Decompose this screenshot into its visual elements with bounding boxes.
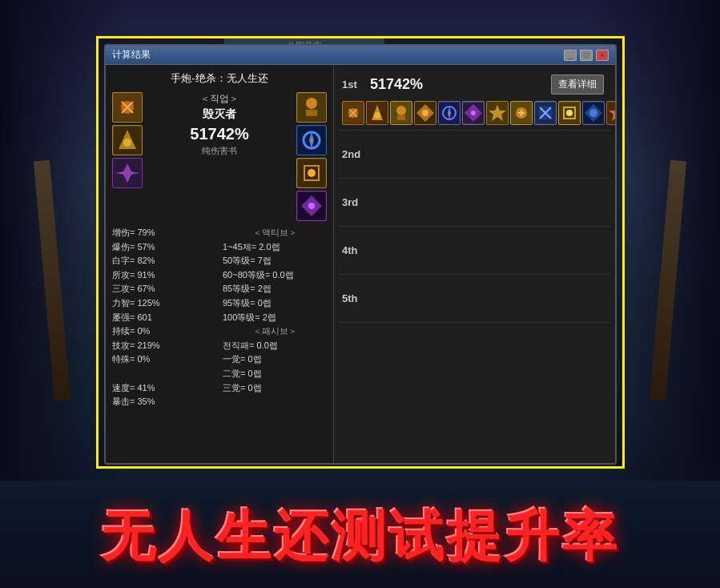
svg-point-17: [374, 112, 380, 119]
svg-point-19: [396, 106, 406, 115]
left-panel: 手炮-绝杀：无人生还 ＜직업＞: [106, 65, 334, 463]
job-section: ＜직업＞ 毁灭者 51742% 纯伤害书: [112, 92, 327, 221]
stat-spacer: [112, 367, 216, 381]
eq-icon-3: [112, 158, 143, 188]
stat-armor-pen: 屡强= 601: [112, 311, 216, 325]
dialog-title: 计算结果: [112, 48, 151, 62]
svg-point-34: [566, 110, 573, 116]
job-center: ＜직업＞ 毁灭者 51742% 纯伤害书: [146, 92, 293, 157]
stat-crit-dmg: 爆伤= 57%: [112, 240, 216, 255]
passive-2nd: 二觉= 0렙: [223, 367, 327, 381]
close-button[interactable]: ×: [596, 50, 609, 61]
svg-point-3: [123, 139, 131, 147]
bottom-title: 无人生还测试提升率: [0, 501, 720, 574]
rank-4th-label: 4th: [342, 244, 370, 256]
rank-icon-8: [510, 101, 533, 125]
eq-icon-r1: [296, 92, 327, 123]
dialog-window: 计算结果 _ □ × 手炮-绝杀：无人生还: [104, 44, 617, 465]
ranks-container: 1st 51742% 查看详细: [339, 70, 610, 323]
stat-sustain: 持续= 0%: [112, 324, 216, 339]
damage-value: 51742%: [146, 125, 293, 143]
active-60-80: 60~80等级= 0.0렙: [223, 268, 327, 283]
rank-2nd-row: 2nd: [339, 131, 610, 179]
rank-icon-1: [342, 101, 364, 125]
rank-icon-2: [366, 101, 388, 125]
svg-point-26: [471, 111, 476, 115]
rank-5th-label: 5th: [342, 292, 370, 304]
rank-3rd-row: 3rd: [339, 179, 610, 227]
passive-title: ＜패시브＞: [223, 324, 327, 339]
eq-icon-2: [112, 125, 143, 155]
content-area: 手炮-绝杀：无人生还 ＜직업＞: [106, 65, 615, 463]
rank-icon-12: [606, 101, 615, 125]
rank-icon-11: [582, 101, 605, 125]
eq-icon-r2: [296, 125, 327, 155]
active-95: 95等级= 0렙: [223, 296, 327, 311]
view-detail-button[interactable]: 查看详细: [551, 75, 604, 95]
rank-icon-9: [534, 101, 557, 125]
rank-icon-5: [438, 101, 461, 125]
rank-4th-row: 4th: [339, 227, 610, 275]
stat-int-str: 力智= 125%: [112, 296, 216, 311]
svg-point-22: [422, 110, 428, 116]
stat-skill-atk: 技攻= 219%: [112, 339, 216, 353]
eq-icon-1: [112, 92, 143, 123]
rank-1st-icons: [339, 98, 610, 131]
rank-icon-10: [558, 101, 581, 125]
stat-special: 特殊= 0%: [112, 352, 216, 367]
stat-increase-dmg: 增伤= 79%: [112, 226, 216, 240]
minimize-button[interactable]: _: [564, 50, 577, 61]
weapon-title: 手炮-绝杀：无人生还: [112, 71, 327, 86]
svg-point-36: [589, 109, 597, 117]
stat-all-atk: 所攻= 91%: [112, 268, 216, 283]
svg-point-13: [308, 203, 315, 209]
stat-speed: 速度= 41%: [112, 381, 216, 396]
job-label: ＜직업＞: [146, 92, 293, 106]
passive-job: 전직패= 0.0렙: [223, 339, 327, 353]
eq-icon-r3: [296, 158, 327, 188]
rank-icon-3: [390, 101, 412, 125]
rank-1st-row: 1st 51742% 查看详细: [339, 70, 610, 98]
rank-5th-row: 5th: [339, 275, 610, 323]
rank-icon-6: [462, 101, 485, 125]
svg-rect-7: [306, 110, 317, 116]
stats-col-right: ＜액티브＞ 1~45제= 2.0렙 50等级= 7렙 60~80等级= 0.0렙…: [223, 226, 327, 409]
maximize-button[interactable]: □: [580, 50, 593, 61]
title-bar: 计算结果 _ □ ×: [106, 46, 615, 65]
rank-3rd-label: 3rd: [342, 196, 370, 208]
right-panel: 1st 51742% 查看详细: [334, 65, 615, 463]
damage-label: 纯伤害书: [146, 145, 293, 157]
active-85: 85等级= 2렙: [223, 282, 327, 296]
passive-3rd: 三觉= 0렙: [223, 381, 327, 396]
stat-three-atk: 三攻= 67%: [112, 282, 216, 296]
stats-section: 增伤= 79% 爆伤= 57% 白字= 82% 所攻= 91% 三攻= 67% …: [112, 226, 327, 409]
equipment-grid-right: [296, 92, 327, 221]
rank-1st-label: 1st: [342, 79, 370, 91]
stat-crit-rate: 暴击= 35%: [112, 395, 216, 409]
svg-point-11: [308, 169, 316, 177]
active-1-45: 1~45제= 2.0렙: [223, 240, 327, 255]
svg-rect-20: [397, 115, 405, 120]
equipment-grid-left: [112, 92, 143, 188]
eq-icon-r4: [296, 191, 327, 221]
rank-2nd-label: 2nd: [342, 148, 370, 160]
rank-icon-7: [486, 101, 509, 125]
rank-1-header: 1st 51742% 查看详细: [339, 70, 610, 131]
active-100: 100等级= 2렙: [223, 311, 327, 325]
rank-icon-4: [414, 101, 436, 125]
job-name: 毁灭者: [146, 107, 293, 122]
stat-white-word: 白字= 82%: [112, 254, 216, 268]
active-50: 50等级= 7렙: [223, 254, 327, 268]
svg-point-6: [306, 98, 317, 109]
stats-col-left: 增伤= 79% 爆伤= 57% 白字= 82% 所攻= 91% 三攻= 67% …: [112, 226, 216, 409]
title-bar-buttons: _ □ ×: [564, 50, 609, 61]
passive-1st: 一觉= 0렙: [223, 352, 327, 367]
active-title: ＜액티브＞: [223, 226, 327, 240]
rank-1st-percent: 51742%: [370, 76, 442, 93]
